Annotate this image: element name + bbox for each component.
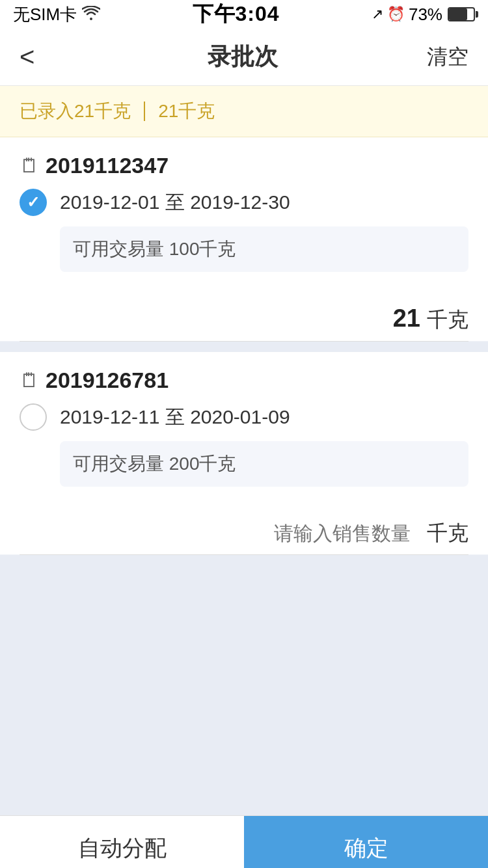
status-left: 无SIM卡 bbox=[13, 3, 100, 26]
batch1-id-row: 🗒 2019112347 bbox=[20, 153, 468, 178]
sim-text: 无SIM卡 bbox=[13, 3, 77, 26]
gray-area bbox=[0, 555, 488, 815]
batch1-radio[interactable] bbox=[20, 189, 47, 216]
battery-icon bbox=[448, 7, 475, 21]
batch1-card: 🗒 2019112347 2019-12-01 至 2019-12-30 可用交… bbox=[0, 137, 488, 292]
batch2-date-range: 2019-12-11 至 2020-01-09 bbox=[60, 404, 290, 431]
section-separator-1 bbox=[0, 342, 488, 352]
info-banner: 已录入21千克 21千克 bbox=[0, 86, 488, 137]
alarm-icon: ⏰ bbox=[387, 6, 405, 23]
batch2-id: 2019126781 bbox=[46, 368, 169, 393]
auto-distribute-button[interactable]: 自动分配 bbox=[0, 816, 244, 868]
nav-bar: < 录批次 清空 bbox=[0, 29, 488, 86]
batch2-radio[interactable] bbox=[20, 403, 47, 431]
batch2-input-row: 千克 bbox=[0, 506, 488, 554]
batch2-date-row[interactable]: 2019-12-11 至 2020-01-09 bbox=[20, 403, 468, 431]
batch2-available: 可用交易量 200千克 bbox=[60, 441, 468, 487]
batch1-date-range: 2019-12-01 至 2019-12-30 bbox=[60, 189, 290, 216]
banner-divider bbox=[144, 102, 145, 121]
batch1-quantity-value: 21 bbox=[393, 305, 420, 332]
batch2-quantity-input[interactable] bbox=[173, 522, 420, 545]
recorded-amount: 已录入21千克 bbox=[20, 99, 131, 124]
amount-value: 21千克 bbox=[158, 99, 215, 124]
confirm-button[interactable]: 确定 bbox=[244, 816, 488, 868]
batch2-id-row: 🗒 2019126781 bbox=[20, 368, 468, 393]
clear-button[interactable]: 清空 bbox=[427, 43, 468, 72]
bottom-bar: 自动分配 确定 bbox=[0, 815, 488, 868]
batch1-quantity-unit: 千克 bbox=[427, 306, 468, 334]
batch1-doc-icon: 🗒 bbox=[20, 155, 39, 177]
page-title: 录批次 bbox=[208, 41, 278, 73]
batch1-available: 可用交易量 100千克 bbox=[60, 226, 468, 272]
status-time: 下午3:04 bbox=[193, 0, 280, 29]
batch1-date-row[interactable]: 2019-12-01 至 2019-12-30 bbox=[20, 189, 468, 216]
batch1-id: 2019112347 bbox=[46, 153, 169, 178]
back-button[interactable]: < bbox=[20, 42, 59, 72]
wifi-icon bbox=[82, 5, 100, 25]
batch2-unit: 千克 bbox=[427, 519, 468, 548]
batch1-quantity-row: 21 千克 bbox=[0, 292, 488, 341]
batch2-card: 🗒 2019126781 2019-12-11 至 2020-01-09 可用交… bbox=[0, 352, 488, 506]
batch2-doc-icon: 🗒 bbox=[20, 370, 39, 392]
location-icon: ↗ bbox=[372, 6, 383, 23]
battery-percent: 73% bbox=[409, 5, 442, 25]
status-bar: 无SIM卡 下午3:04 ↗ ⏰ 73% bbox=[0, 0, 488, 29]
status-right: ↗ ⏰ 73% bbox=[372, 5, 475, 25]
